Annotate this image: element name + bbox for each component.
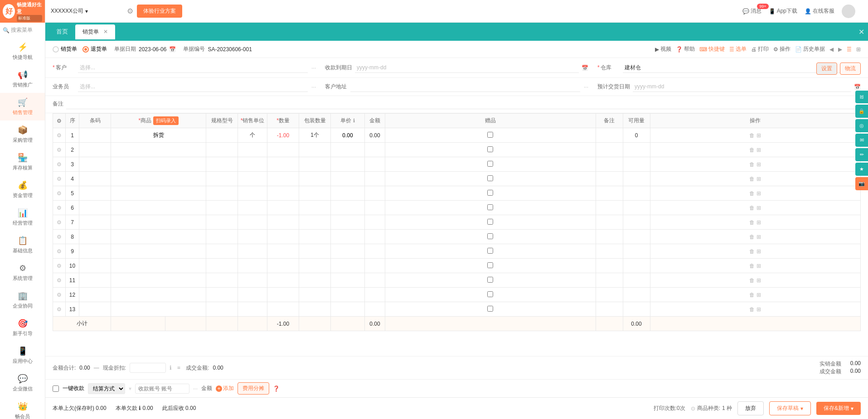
row-note[interactable] xyxy=(596,186,623,201)
row-product[interactable] xyxy=(111,128,206,143)
copy-icon[interactable]: ⊞ xyxy=(756,248,761,255)
row-spec[interactable] xyxy=(206,201,238,215)
copy-icon[interactable]: ⊞ xyxy=(756,161,761,168)
row-price[interactable] xyxy=(331,288,365,302)
setting-button[interactable]: 设置 xyxy=(816,63,837,75)
row-spec[interactable] xyxy=(206,244,238,259)
delete-icon[interactable]: 🗑 xyxy=(749,234,755,240)
product-count-radio[interactable]: ⊙ xyxy=(691,405,695,412)
table-settings-icon[interactable]: ⚙ xyxy=(57,118,62,124)
sidebar-item-basic[interactable]: 📋 基础信息 xyxy=(0,231,45,259)
row-note[interactable] xyxy=(596,302,623,317)
tabbar-close-icon[interactable]: ✕ xyxy=(858,28,864,36)
row-price[interactable] xyxy=(331,302,365,317)
radio-return[interactable]: 退货单 xyxy=(82,45,107,53)
row-spec[interactable] xyxy=(206,215,238,230)
calendar-icon[interactable]: 📅 xyxy=(169,46,176,53)
sidebar-item-quick-nav[interactable]: ⚡ 快捷导航 xyxy=(0,38,45,65)
account-more-icon[interactable]: ··· xyxy=(193,385,198,392)
payment-method-select[interactable]: 结算方式 xyxy=(88,383,125,394)
row-qty[interactable] xyxy=(267,186,299,201)
row-settings-icon[interactable]: ⚙ xyxy=(57,277,62,284)
row-price[interactable] xyxy=(331,186,365,201)
row-settings-icon[interactable]: ⚙ xyxy=(57,190,62,197)
delete-icon[interactable]: 🗑 xyxy=(749,132,755,139)
row-product[interactable] xyxy=(111,186,206,201)
row-gift[interactable] xyxy=(385,157,596,172)
row-price[interactable] xyxy=(331,273,365,288)
fee-help-icon[interactable]: ❓ xyxy=(273,385,280,392)
copy-icon[interactable]: ⊞ xyxy=(756,234,761,240)
row-barcode[interactable] xyxy=(79,128,111,143)
salesperson-input[interactable] xyxy=(78,82,308,92)
row-product[interactable] xyxy=(111,244,206,259)
tab-sales-order[interactable]: 销货单 ✕ xyxy=(75,24,115,39)
row-gift[interactable] xyxy=(385,172,596,186)
row-settings-icon[interactable]: ⚙ xyxy=(57,219,62,226)
grid-view-icon[interactable]: ⊞ xyxy=(856,46,861,53)
notes-input[interactable] xyxy=(66,99,861,109)
sidebar-item-operation[interactable]: 📊 经营管理 xyxy=(0,203,45,231)
float-btn-4[interactable]: ✏ xyxy=(855,148,868,161)
row-spec[interactable] xyxy=(206,259,238,273)
save-new-button[interactable]: 保存&新增 ▾ xyxy=(816,402,861,415)
row-gift[interactable] xyxy=(385,259,596,273)
sidebar-item-purchase[interactable]: 📦 采购管理 xyxy=(0,120,45,148)
float-btn-1[interactable]: 🔒 xyxy=(855,105,868,118)
salesperson-more-icon[interactable]: ··· xyxy=(311,84,316,90)
copy-icon[interactable]: ⊞ xyxy=(756,292,761,298)
next-icon[interactable]: ▶ xyxy=(838,46,842,53)
float-btn-2[interactable]: ◎ xyxy=(855,119,868,132)
row-product[interactable] xyxy=(111,259,206,273)
row-gift[interactable] xyxy=(385,273,596,288)
print-btn[interactable]: 🖨 打印 xyxy=(751,45,769,53)
sidebar-item-marketing[interactable]: 📢 营销推广 xyxy=(0,65,45,93)
account-input[interactable] xyxy=(135,384,189,394)
app-download-button[interactable]: 📱 App下载 xyxy=(769,7,797,15)
row-note[interactable] xyxy=(596,273,623,288)
row-settings-icon[interactable]: ⚙ xyxy=(57,161,62,168)
payment-date-input[interactable] xyxy=(355,63,579,73)
save-draft-button[interactable]: 保存草稿 ▾ xyxy=(769,401,811,415)
video-btn[interactable]: ▶ 视频 xyxy=(655,45,671,53)
payment-calendar-icon[interactable]: 📅 xyxy=(582,65,588,71)
sidebar-item-sales[interactable]: 🛒 销售管理 xyxy=(0,93,45,120)
history-btn[interactable]: 📄 历史单据 xyxy=(795,45,825,53)
add-payment-button[interactable]: + 添加 xyxy=(216,385,234,392)
row-qty[interactable] xyxy=(267,230,299,244)
select-btn[interactable]: ☰ 选单 xyxy=(729,45,747,53)
row-spec[interactable] xyxy=(206,172,238,186)
copy-icon[interactable]: ⊞ xyxy=(756,277,761,284)
row-note[interactable] xyxy=(596,172,623,186)
row-qty[interactable] xyxy=(267,288,299,302)
row-product[interactable] xyxy=(111,215,206,230)
row-gift[interactable] xyxy=(385,186,596,201)
row-barcode[interactable] xyxy=(79,186,111,201)
row-price[interactable] xyxy=(331,259,365,273)
sidebar-item-enterprise[interactable]: 🏢 企业协同 xyxy=(0,286,45,314)
row-spec[interactable] xyxy=(206,288,238,302)
row-product[interactable] xyxy=(111,273,206,288)
float-btn-3[interactable]: ✉ xyxy=(855,134,868,147)
delete-icon[interactable]: 🗑 xyxy=(749,205,755,211)
delete-icon[interactable]: 🗑 xyxy=(749,292,755,298)
row-price[interactable] xyxy=(331,157,365,172)
delete-icon[interactable]: 🗑 xyxy=(749,190,755,197)
row-product[interactable] xyxy=(111,143,206,157)
row-note[interactable] xyxy=(596,288,623,302)
expected-calendar-icon[interactable]: 📅 xyxy=(854,84,861,90)
avatar[interactable] xyxy=(842,5,855,18)
topbar-settings-icon[interactable]: ⚙ xyxy=(127,7,133,15)
row-product[interactable] xyxy=(111,157,206,172)
help-btn[interactable]: ❓ 帮助 xyxy=(676,45,695,53)
row-settings-icon[interactable]: ⚙ xyxy=(57,248,62,255)
row-barcode[interactable] xyxy=(79,143,111,157)
row-price[interactable] xyxy=(331,143,365,157)
sidebar-item-appstore[interactable]: 📱 应用中心 xyxy=(0,342,45,369)
copy-icon[interactable]: ⊞ xyxy=(756,176,761,182)
row-barcode[interactable] xyxy=(79,244,111,259)
tab-close-icon[interactable]: ✕ xyxy=(103,29,108,35)
row-barcode[interactable] xyxy=(79,273,111,288)
copy-icon[interactable]: ⊞ xyxy=(756,306,761,313)
row-product[interactable] xyxy=(111,172,206,186)
